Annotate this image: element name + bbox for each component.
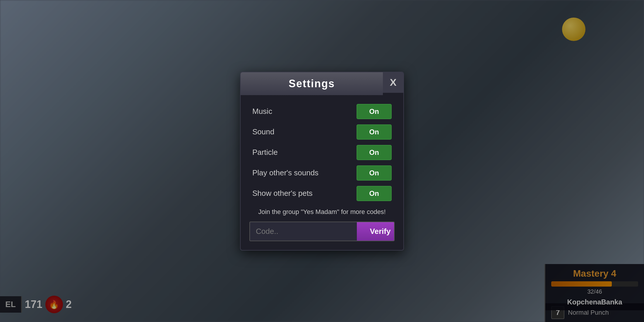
close-button[interactable]: X: [383, 72, 403, 93]
modal-header: Settings X: [241, 72, 403, 95]
toggle-play-others-sounds[interactable]: On: [357, 165, 392, 181]
code-input[interactable]: [250, 222, 357, 241]
modal-overlay: Settings X Music On Sound On Particle On…: [0, 0, 644, 322]
verify-label: Verify: [370, 227, 391, 236]
group-message: Join the group "Yes Madam" for more code…: [252, 208, 392, 216]
close-icon: X: [390, 77, 397, 88]
setting-row-music: Music On: [252, 104, 392, 119]
toggle-music[interactable]: On: [357, 104, 392, 119]
modal-title: Settings: [289, 78, 335, 90]
setting-label-particle: Particle: [252, 148, 278, 157]
toggle-show-others-pets[interactable]: On: [357, 186, 392, 201]
code-input-area: Verify: [249, 222, 395, 241]
setting-row-sound: Sound On: [252, 124, 392, 140]
toggle-sound[interactable]: On: [357, 124, 392, 140]
setting-row-show-others-pets: Show other's pets On: [252, 186, 392, 201]
settings-modal: Settings X Music On Sound On Particle On…: [240, 72, 404, 251]
modal-title-bar: Settings: [241, 72, 383, 95]
setting-label-sound: Sound: [252, 127, 274, 136]
setting-label-music: Music: [252, 107, 272, 116]
toggle-particle[interactable]: On: [357, 145, 392, 160]
settings-list: Music On Sound On Particle On Play other…: [241, 104, 403, 201]
setting-row-play-others-sounds: Play other's sounds On: [252, 165, 392, 181]
setting-row-particle: Particle On: [252, 145, 392, 160]
setting-label-show-others-pets: Show other's pets: [252, 189, 313, 198]
setting-label-play-others-sounds: Play other's sounds: [252, 168, 318, 177]
verify-button[interactable]: Verify: [357, 222, 395, 241]
